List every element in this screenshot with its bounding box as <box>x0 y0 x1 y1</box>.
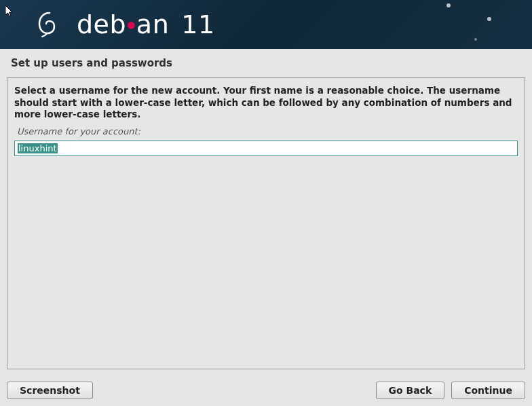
screenshot-button[interactable]: Screenshot <box>7 382 93 399</box>
button-bar: Screenshot Go Back Continue <box>7 382 525 399</box>
content-panel: Select a username for the new account. Y… <box>7 77 525 369</box>
debian-swirl-icon <box>33 7 66 41</box>
cursor-icon <box>5 5 15 18</box>
continue-button[interactable]: Continue <box>451 382 525 399</box>
instruction-text: Select a username for the new account. Y… <box>14 85 518 121</box>
installer-header: deb●an 11 <box>0 0 532 49</box>
debian-wordmark: deb●an 11 <box>77 10 215 39</box>
username-label: Username for your account: <box>17 126 518 136</box>
step-title: Set up users and passwords <box>0 49 532 77</box>
version-label: 11 <box>181 10 214 39</box>
go-back-button[interactable]: Go Back <box>376 382 445 399</box>
username-input[interactable]: linuxhint <box>14 141 518 156</box>
